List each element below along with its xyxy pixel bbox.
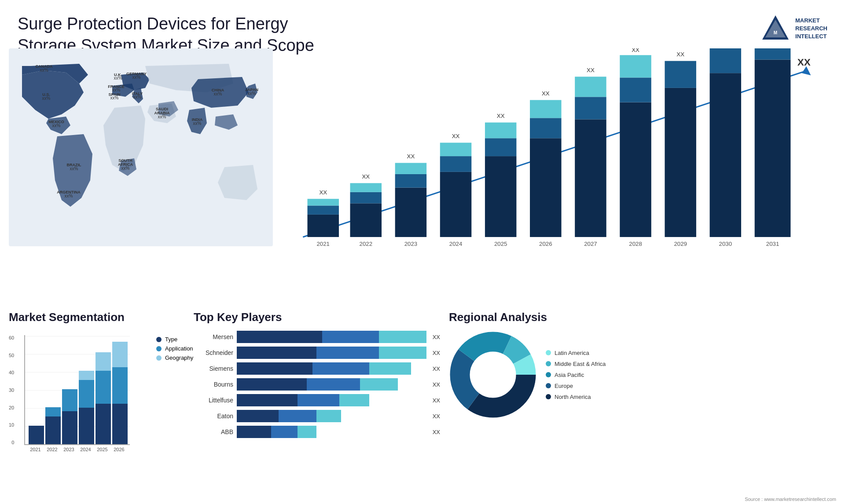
player-name-mersen: Mersen: [194, 333, 233, 340]
svg-text:XX: XX: [452, 133, 460, 139]
svg-rect-43: [350, 203, 382, 237]
svg-text:XX: XX: [407, 153, 415, 160]
svg-text:2031: 2031: [766, 241, 779, 247]
svg-text:2028: 2028: [629, 241, 642, 247]
svg-rect-55: [440, 142, 471, 156]
svg-text:2021: 2021: [316, 241, 330, 247]
svg-text:2027: 2027: [584, 241, 597, 247]
svg-text:xx%: xx%: [112, 88, 121, 92]
svg-rect-53: [440, 172, 471, 237]
svg-text:XX: XX: [362, 173, 370, 180]
middle-east-dot: [546, 361, 551, 366]
seg-legend-geography: Geography: [156, 354, 193, 361]
player-bar-abb: [237, 426, 426, 438]
player-name-schneider: Schneider: [194, 349, 233, 356]
svg-rect-69: [575, 97, 606, 119]
svg-rect-50: [395, 163, 426, 174]
svg-text:xx%: xx%: [42, 96, 51, 101]
svg-rect-38: [308, 215, 339, 237]
svg-marker-37: [802, 66, 811, 75]
seg-legend-application: Application: [156, 345, 193, 352]
svg-rect-79: [665, 61, 696, 88]
player-xx-eaton: XX: [433, 413, 440, 420]
svg-text:2029: 2029: [674, 241, 687, 247]
world-map: CANADA xx% U.S. xx% MEXICO xx% BRAZIL xx…: [9, 48, 273, 259]
asia-pacific-label: Asia Pacific: [555, 372, 584, 378]
svg-rect-49: [395, 174, 426, 188]
svg-text:xx%: xx%: [193, 121, 202, 126]
logo-text: MARKET RESEARCH INTELLECT: [795, 17, 827, 41]
svg-rect-65: [530, 100, 561, 118]
player-row-mersen: Mersen XX: [194, 331, 440, 343]
svg-text:xx%: xx%: [65, 194, 73, 198]
svg-rect-63: [530, 138, 561, 237]
svg-text:2025: 2025: [494, 241, 507, 247]
latin-america-label: Latin America: [555, 350, 589, 356]
svg-text:2026: 2026: [539, 241, 552, 247]
svg-text:2024: 2024: [449, 241, 463, 247]
svg-text:XX: XX: [587, 67, 595, 73]
application-dot: [156, 346, 162, 351]
svg-rect-45: [350, 183, 382, 192]
svg-rect-59: [485, 138, 516, 156]
legend-asia-pacific: Asia Pacific: [546, 372, 606, 378]
bottom-panels: Market Segmentation 60 50 40 30 20 10 0: [9, 310, 836, 491]
regional-content: Latin America Middle East & Africa Asia …: [449, 331, 836, 419]
svg-rect-44: [350, 192, 382, 204]
svg-rect-74: [620, 77, 651, 102]
svg-rect-60: [485, 123, 516, 139]
svg-text:xx%: xx%: [110, 95, 119, 100]
svg-text:XX: XX: [676, 51, 684, 58]
svg-rect-70: [575, 77, 606, 97]
svg-point-95: [470, 352, 516, 398]
svg-text:XX: XX: [632, 48, 639, 53]
svg-text:xx%: xx%: [133, 95, 142, 99]
regional-title: Regional Analysis: [449, 310, 836, 324]
north-america-label: North America: [555, 394, 591, 400]
svg-rect-64: [530, 118, 561, 138]
player-name-bourns: Bourns: [194, 381, 233, 388]
svg-text:XX: XX: [497, 113, 505, 119]
player-bar-mersen: [237, 331, 426, 343]
market-segmentation-panel: Market Segmentation 60 50 40 30 20 10 0: [9, 310, 185, 491]
player-name-abb: ABB: [194, 428, 233, 435]
svg-rect-54: [440, 156, 471, 172]
player-row-bourns: Bourns XX: [194, 378, 440, 391]
player-bar-littelfuse: [237, 394, 426, 406]
player-xx-bourns: XX: [433, 381, 440, 388]
donut-chart: [449, 331, 537, 419]
svg-text:M: M: [774, 30, 777, 35]
player-name-littelfuse: Littelfuse: [194, 397, 233, 404]
seg-legend-type: Type: [156, 336, 193, 343]
player-row-siemens: Siemens XX: [194, 362, 440, 375]
player-bar-eaton: [237, 410, 426, 422]
svg-rect-73: [620, 102, 651, 237]
legend-latin-america: Latin America: [546, 350, 606, 356]
logo-icon: M: [760, 13, 791, 44]
svg-text:XX: XX: [797, 57, 811, 68]
svg-text:xx%: xx%: [121, 166, 130, 171]
latin-america-dot: [546, 350, 551, 355]
svg-text:xx%: xx%: [158, 114, 166, 119]
source-text: Source : www.marketresearchintellect.com: [745, 497, 836, 502]
player-bar-schneider: [237, 347, 426, 359]
legend-europe: Europe: [546, 383, 606, 389]
player-name-eaton: Eaton: [194, 413, 233, 420]
player-xx-littelfuse: XX: [433, 397, 440, 404]
svg-rect-87: [755, 48, 791, 60]
svg-text:xx%: xx%: [52, 123, 61, 128]
player-xx-mersen: XX: [433, 334, 440, 340]
player-bar-siemens: [237, 362, 426, 375]
player-row-abb: ABB XX: [194, 426, 440, 438]
logo: M MARKET RESEARCH INTELLECT: [760, 13, 827, 44]
svg-text:2023: 2023: [404, 241, 418, 247]
seg-legend: Type Application Geography: [156, 336, 193, 452]
svg-text:XX: XX: [319, 189, 327, 196]
svg-rect-75: [620, 55, 651, 77]
top-players-title: Top Key Players: [194, 310, 440, 324]
asia-pacific-dot: [546, 372, 551, 377]
svg-rect-58: [485, 156, 516, 237]
geography-dot: [156, 355, 162, 361]
svg-text:xx%: xx%: [214, 91, 222, 96]
player-row-schneider: Schneider XX: [194, 347, 440, 359]
